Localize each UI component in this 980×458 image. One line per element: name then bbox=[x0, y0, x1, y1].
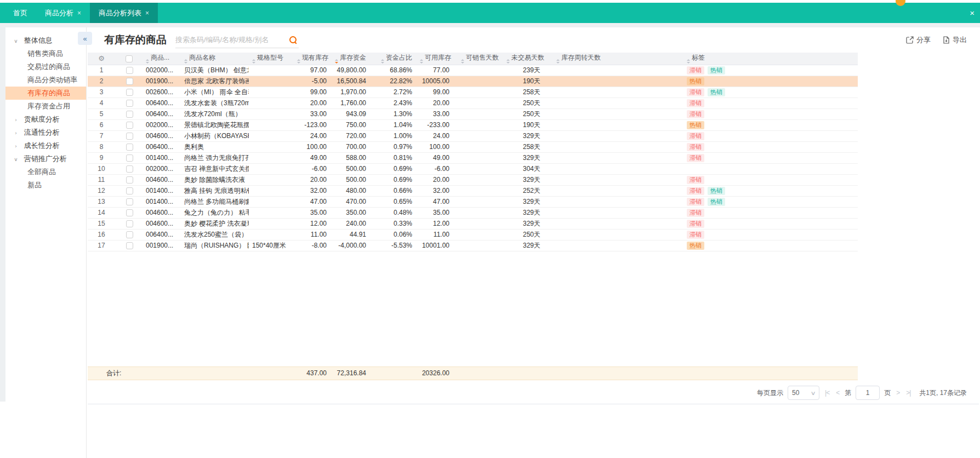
row-checkbox[interactable] bbox=[126, 165, 133, 173]
column-header-spec[interactable]: 规格型号 bbox=[249, 53, 294, 65]
table-row[interactable]: 9 001400... 尚格兰 强力无痕免打孔浴室 49.00 588.00 0… bbox=[88, 152, 858, 163]
product-code: 004600... bbox=[143, 130, 181, 141]
search-icon[interactable] bbox=[289, 36, 297, 43]
select-all-checkbox[interactable] bbox=[126, 55, 133, 62]
row-checkbox[interactable] bbox=[126, 111, 133, 118]
table-row[interactable]: 8 006400... 奥利奥 100.00 700.00 0.97% 100.… bbox=[88, 141, 858, 152]
tab-label: 商品分析 bbox=[45, 8, 73, 18]
column-header-code[interactable]: 商品... bbox=[143, 53, 181, 65]
page-number-input[interactable] bbox=[856, 386, 880, 400]
table-row[interactable]: 11 004600... 奥妙 除菌除螨洗衣液 20.00 500.00 0.6… bbox=[88, 174, 858, 185]
filler-cell bbox=[605, 130, 683, 141]
tab-product-analysis-list[interactable]: 商品分析列表 × bbox=[90, 3, 158, 23]
column-header-sale-days[interactable]: 可销售天数 bbox=[454, 53, 503, 65]
row-checkbox[interactable] bbox=[126, 67, 133, 74]
first-page-button[interactable]: |< bbox=[824, 389, 830, 397]
product-spec bbox=[249, 207, 294, 218]
row-checkbox[interactable] bbox=[126, 187, 133, 194]
sidebar-item-undefined[interactable]: 销售类商品 bbox=[5, 47, 86, 60]
table-row[interactable]: 6 002000... 景德镇北欧陶瓷花瓶摆件 仿 -123.00 750.00… bbox=[88, 119, 858, 130]
sort-icon bbox=[184, 59, 187, 64]
table-row[interactable]: 4 006400... 洗发水套装（3瓶720ml+1瓶 20.00 1,760… bbox=[88, 98, 858, 108]
table-row[interactable]: 10 002000... 吉召 禅意新中式玄关摆件客 -6.00 500.00 … bbox=[88, 163, 858, 174]
tag-list: 滞销热销 bbox=[683, 196, 858, 207]
column-settings-gear-icon[interactable]: ⚙ bbox=[88, 53, 116, 65]
table-row[interactable]: 14 004600... 兔之力（兔の力） 粘毛器粘 35.00 350.00 … bbox=[88, 207, 858, 218]
table-row[interactable]: 16 006400... 洗发水250蜜兰（袋） 11.00 44.91 0.0… bbox=[88, 229, 858, 240]
row-checkbox[interactable] bbox=[126, 122, 133, 129]
column-header-ratio[interactable]: 资金占比 bbox=[371, 53, 417, 65]
column-header-name[interactable]: 商品名称 bbox=[181, 53, 249, 65]
table-row[interactable]: 17 001900... 瑞尚（RUISHANG） 卧室装 150*40厘米 -… bbox=[88, 240, 858, 251]
sidebar-item-undefined[interactable]: 有库存的商品 bbox=[5, 87, 86, 100]
row-checkbox[interactable] bbox=[126, 176, 133, 184]
column-header-available[interactable]: 可用库存 bbox=[417, 53, 454, 65]
table-row[interactable]: 15 004600... 奥妙 樱花柔护 洗衣凝珠 10 12.00 240.0… bbox=[88, 218, 858, 229]
row-checkbox[interactable] bbox=[126, 154, 133, 162]
fund-ratio: 2.43% bbox=[371, 98, 417, 108]
no-trade-days: 329天 bbox=[503, 218, 545, 229]
sort-icon bbox=[381, 59, 384, 64]
column-header-tags[interactable]: 标签 bbox=[683, 53, 858, 65]
row-checkbox[interactable] bbox=[126, 89, 133, 96]
sidebar-item-undefined[interactable]: › 成长性分析 bbox=[5, 139, 86, 152]
column-header-turnover-days[interactable]: 库存周转天数 bbox=[545, 53, 605, 65]
row-checkbox[interactable] bbox=[126, 78, 133, 85]
chevron-down-icon: ∨ bbox=[12, 153, 20, 165]
tab-home[interactable]: 首页 bbox=[4, 3, 36, 23]
turnover-days bbox=[545, 119, 605, 130]
sale-days bbox=[454, 76, 503, 87]
main-panel: 有库存的商品 分享 导出 bbox=[87, 27, 980, 458]
sidebar-item-undefined[interactable]: 库存资金占用 bbox=[5, 100, 86, 113]
sidebar-item-undefined[interactable]: 商品分类动销率 bbox=[5, 73, 86, 87]
table-row[interactable]: 3 002600... 小米（MI） 雨伞 全自动折叠 99.00 1,970.… bbox=[88, 87, 858, 98]
prev-page-button[interactable]: < bbox=[835, 389, 840, 397]
sidebar-item-undefined[interactable]: 新品 bbox=[5, 179, 86, 192]
sale-days bbox=[454, 207, 503, 218]
row-checkbox[interactable] bbox=[126, 198, 133, 205]
no-trade-days: 304天 bbox=[503, 163, 545, 174]
page-size-select[interactable]: 50 ∨ bbox=[788, 386, 819, 400]
filler-cell bbox=[605, 98, 683, 108]
close-icon[interactable]: × bbox=[145, 10, 149, 16]
turnover-days bbox=[545, 141, 605, 152]
export-button[interactable]: 导出 bbox=[943, 35, 967, 45]
stock-fund: 500.00 bbox=[331, 163, 371, 174]
row-checkbox[interactable] bbox=[126, 133, 133, 140]
row-checkbox[interactable] bbox=[126, 231, 133, 238]
last-page-button[interactable]: >| bbox=[905, 389, 911, 397]
search-input[interactable] bbox=[175, 36, 289, 44]
table-row[interactable]: 2 001900... 倍思家 北欧客厅装饰画卧室 -5.00 16,500.8… bbox=[88, 76, 858, 87]
close-icon[interactable]: × bbox=[77, 10, 81, 16]
sidebar-item-undefined[interactable]: 交易过的商品 bbox=[5, 60, 86, 73]
table-row[interactable]: 5 006400... 洗发水720ml（瓶） 33.00 943.09 1.3… bbox=[88, 108, 858, 119]
next-page-button[interactable]: > bbox=[895, 389, 901, 397]
table-row[interactable]: 7 004600... 小林制药（KOBAYASHI）日 24.00 720.0… bbox=[88, 130, 858, 141]
column-header-no-trade-days[interactable]: 未交易天数 bbox=[503, 53, 545, 65]
row-checkbox[interactable] bbox=[126, 100, 133, 107]
row-checkbox[interactable] bbox=[126, 209, 133, 216]
sidebar-item-undefined[interactable]: › 贡献度分析 bbox=[5, 113, 86, 126]
table-row[interactable]: 1 002000... 贝汉美（BHM） 创意北欧客 97.00 49,800.… bbox=[88, 65, 858, 76]
collapse-sidebar-button[interactable]: « bbox=[78, 32, 92, 45]
column-header-fund[interactable]: 库存资金 bbox=[331, 53, 371, 65]
sidebar-item-undefined[interactable]: › 流通性分析 bbox=[5, 126, 86, 139]
product-name: 尚格兰 多功能马桶刷套装 无 bbox=[181, 196, 249, 207]
row-checkbox[interactable] bbox=[126, 220, 133, 227]
sidebar-item-undefined[interactable]: 全部商品 bbox=[5, 165, 86, 179]
table-row[interactable]: 13 001400... 尚格兰 多功能马桶刷套装 无 47.00 470.00… bbox=[88, 196, 858, 207]
sidebar-item-label: 整体信息 bbox=[24, 36, 53, 44]
row-checkbox[interactable] bbox=[126, 144, 133, 151]
fund-ratio: 1.00% bbox=[371, 130, 417, 141]
close-icon[interactable]: × bbox=[970, 8, 975, 18]
no-trade-days: 258天 bbox=[503, 141, 545, 152]
tab-product-analysis[interactable]: 商品分析 × bbox=[36, 3, 90, 23]
column-header-stock[interactable]: 现有库存 bbox=[294, 53, 331, 65]
turnover-days bbox=[545, 76, 605, 87]
table-row[interactable]: 12 001400... 雅高 挂钩 无痕透明粘钩 强 32.00 480.00… bbox=[88, 185, 858, 196]
share-button[interactable]: 分享 bbox=[906, 35, 931, 45]
tag-teal: 热销 bbox=[708, 187, 725, 195]
sidebar-item-undefined[interactable]: ∨ 整体信息 bbox=[5, 34, 86, 47]
sidebar-item-undefined[interactable]: ∨ 营销推广分析 bbox=[5, 152, 86, 165]
row-checkbox[interactable] bbox=[126, 242, 133, 249]
